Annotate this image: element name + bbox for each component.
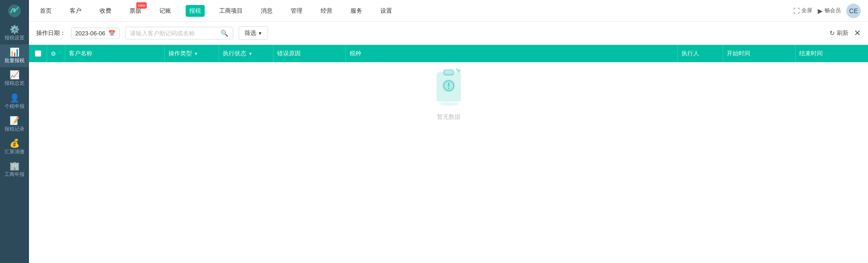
sidebar-item-label: 批量报税 — [5, 58, 24, 63]
nav-home[interactable]: 首页 — [36, 5, 55, 17]
sort-icon: ▼ — [248, 51, 253, 56]
svg-point-9 — [448, 88, 450, 89]
filter-button[interactable]: 筛选 ▼ — [239, 26, 269, 40]
chevron-down-icon: ▼ — [258, 31, 263, 36]
nav-gongshang[interactable]: 工商项目 — [216, 5, 246, 17]
nav-fuwu[interactable]: 服务 — [347, 5, 366, 17]
header-checkbox[interactable] — [35, 50, 41, 57]
nav-jingying[interactable]: 经营 — [317, 5, 336, 17]
sidebar-item-label: 报税设置 — [5, 35, 24, 41]
th-start-time: 开始时间 — [723, 45, 796, 62]
fullscreen-icon: ⛶ — [793, 7, 800, 15]
topnav: 首页 客户 收费 票据 new 记账 报税 工商项目 消息 — [29, 0, 868, 22]
sidebar-item-gongshang-nianbao[interactable]: 🏢 工商年报 — [0, 158, 29, 181]
table-scroll-area[interactable]: 暂无数据 — [29, 62, 868, 263]
nav-shoufei[interactable]: 收费 — [96, 5, 115, 17]
settings-icon: ⚙ — [51, 50, 56, 57]
nav-guanli[interactable]: 管理 — [287, 5, 306, 17]
table-header: ⚙ 客户名称 操作类型 ▼ 执行状态 ▼ 错误原因 税种 — [29, 45, 868, 62]
sidebar-item-baoshui-shezhi[interactable]: ⚙️ 报税设置 — [0, 22, 29, 44]
calendar-icon: 📅 — [108, 30, 115, 37]
sidebar-item-label: 汇算清缴 — [5, 149, 24, 155]
search-button[interactable]: 🔍 — [216, 27, 233, 39]
th-executor: 执行人 — [678, 45, 723, 62]
main-wrapper: 首页 客户 收费 票据 new 记账 报税 工商项目 消息 — [29, 0, 868, 263]
nianbao-icon: 🏢 — [10, 162, 19, 170]
svg-rect-5 — [445, 70, 453, 74]
refresh-icon: ↻ — [830, 29, 835, 37]
topnav-right: ⛶ 全屏 ▶ 畅会员 CE — [793, 4, 861, 18]
svg-point-12 — [439, 102, 459, 106]
sort-icon: ▼ — [194, 51, 198, 56]
th-tax-type: 税种 — [346, 45, 678, 62]
piaoju-new-badge: new — [136, 2, 147, 9]
search-input[interactable] — [125, 28, 216, 39]
sidebar-item-label: 报税记录 — [5, 126, 24, 132]
sidebar-logo — [0, 0, 29, 22]
th-end-time: 结束时间 — [796, 45, 868, 62]
table-body: 暂无数据 — [29, 62, 868, 121]
fullscreen-button[interactable]: ⛶ 全屏 — [793, 7, 812, 15]
sidebar-item-geshui-shenbao[interactable]: 👤 个税申报 — [0, 90, 29, 113]
refresh-button[interactable]: ↻ 刷新 — [830, 29, 849, 37]
huisuan-icon: 💰 — [10, 139, 19, 147]
close-button[interactable]: ✕ — [854, 29, 861, 37]
th-exec-status[interactable]: 执行状态 ▼ — [219, 45, 273, 62]
empty-text: 暂无数据 — [437, 113, 460, 121]
geshui-icon: 👤 — [10, 94, 19, 102]
member-icon: ▶ — [818, 7, 823, 15]
sidebar-item-huisuan-jiaona[interactable]: 💰 汇算清缴 — [0, 136, 29, 158]
svg-rect-8 — [448, 83, 449, 87]
date-picker[interactable]: 2023-06-06 📅 — [71, 28, 120, 39]
sidebar: ⚙️ 报税设置 📊 批量报税 📈 报税总览 👤 个税申报 📝 报税记录 💰 汇算… — [0, 0, 29, 263]
nav-items: 首页 客户 收费 票据 new 记账 报税 工商项目 消息 — [36, 5, 793, 17]
nav-jiezhang[interactable]: 记账 — [156, 5, 175, 17]
date-label: 操作日期： — [36, 29, 66, 37]
avatar[interactable]: CE — [846, 4, 861, 18]
table-container: ⚙ 客户名称 操作类型 ▼ 执行状态 ▼ 错误原因 税种 — [29, 45, 868, 263]
member-button[interactable]: ▶ 畅会员 — [818, 7, 841, 15]
baoshui-shezhi-icon: ⚙️ — [10, 25, 19, 34]
search-icon: 🔍 — [221, 29, 228, 37]
nav-customer[interactable]: 客户 — [66, 5, 85, 17]
nav-baoshui[interactable]: 报税 — [186, 5, 205, 17]
empty-illustration — [428, 62, 469, 107]
sidebar-item-piliang-baoshui[interactable]: 📊 批量报税 — [0, 44, 29, 67]
nav-piaoju[interactable]: 票据 new — [126, 5, 145, 17]
empty-state: 暂无数据 — [428, 62, 469, 121]
th-settings[interactable]: ⚙ — [47, 45, 65, 62]
filter-label: 筛选 — [245, 29, 256, 37]
search-wrapper: 🔍 — [125, 27, 233, 39]
th-op-type[interactable]: 操作类型 ▼ — [165, 45, 219, 62]
th-checkbox[interactable] — [29, 45, 47, 62]
sidebar-item-label: 报税总览 — [5, 80, 24, 86]
sidebar-item-label: 工商年报 — [5, 171, 24, 177]
nav-xiaoxi[interactable]: 消息 — [257, 5, 276, 17]
th-client-name: 客户名称 — [65, 45, 165, 62]
baoshui-zonglang-icon: 📈 — [10, 71, 19, 79]
sidebar-item-baoshui-zonglang[interactable]: 📈 报税总览 — [0, 67, 29, 90]
jilu-icon: 📝 — [10, 117, 19, 125]
close-icon: ✕ — [854, 29, 861, 38]
toolbar: 操作日期： 2023-06-06 📅 🔍 筛选 ▼ ↻ 刷新 ✕ — [29, 22, 868, 45]
date-value: 2023-06-06 — [75, 30, 106, 37]
sidebar-item-label: 个税申报 — [5, 103, 24, 109]
content-area: 操作日期： 2023-06-06 📅 🔍 筛选 ▼ ↻ 刷新 ✕ — [29, 22, 868, 263]
th-error-reason: 错误原因 — [273, 45, 346, 62]
sidebar-item-baoshui-jilu[interactable]: 📝 报税记录 — [0, 113, 29, 136]
nav-shezhi[interactable]: 设置 — [377, 5, 396, 17]
svg-point-1 — [13, 10, 16, 12]
piliang-baoshui-icon: 📊 — [10, 48, 19, 56]
